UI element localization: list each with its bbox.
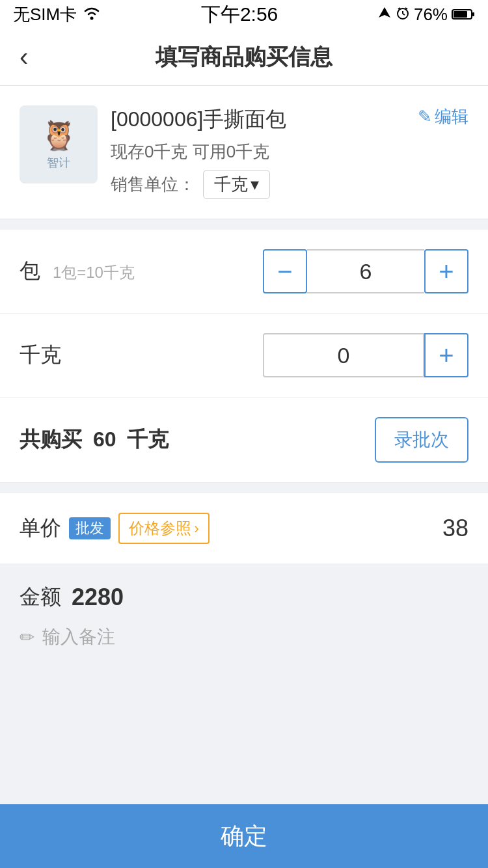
confirm-button-label: 确定 — [221, 821, 267, 852]
amount-label: 金额 — [20, 583, 61, 612]
product-name-row: [0000006]手撕面包 ✎ 编辑 — [111, 105, 468, 134]
amount-section: 金额 2280 ✏ 输入备注 — [0, 563, 488, 669]
price-value: 38 — [442, 515, 468, 542]
status-right: 76% — [377, 5, 475, 25]
bag-label: 包 1包=10千克 — [20, 257, 263, 286]
kg-increment-button[interactable]: + — [424, 333, 468, 377]
product-card: 🦉 智计 [0000006]手撕面包 ✎ 编辑 现存0千克 可用0千克 销售单位… — [0, 86, 488, 219]
kg-input-row: 千克 + — [0, 314, 488, 398]
bag-increment-button[interactable]: + — [424, 249, 468, 293]
product-unit-row: 销售单位： 千克 ▾ — [111, 170, 468, 199]
batch-button[interactable]: 录批次 — [375, 417, 468, 463]
svg-point-0 — [90, 16, 94, 20]
divider-2 — [0, 483, 488, 493]
svg-rect-8 — [454, 11, 467, 18]
price-ref-arrow-icon: › — [194, 519, 199, 537]
svg-line-4 — [403, 14, 405, 15]
status-left: 无SIM卡 — [13, 3, 102, 26]
svg-rect-9 — [472, 12, 474, 16]
price-badge: 批发 — [69, 517, 111, 539]
price-section: 单价 批发 价格参照 › 38 — [0, 493, 488, 563]
total-row: 共购买 60 千克 录批次 — [0, 398, 488, 483]
alarm-icon — [396, 5, 410, 25]
bag-hint: 1包=10千克 — [53, 264, 135, 281]
location-icon — [377, 5, 392, 25]
unit-value: 千克 — [214, 173, 248, 196]
amount-value: 2280 — [72, 584, 124, 611]
unit-selector[interactable]: 千克 ▾ — [203, 170, 270, 199]
bag-input-row: 包 1包=10千克 − + — [0, 230, 488, 314]
edit-icon: ✎ — [418, 107, 432, 127]
price-label-row: 单价 批发 价格参照 › — [20, 513, 210, 544]
confirm-bar[interactable]: 确定 — [0, 804, 488, 868]
product-name: [0000006]手撕面包 — [111, 105, 286, 134]
bag-stepper: − + — [263, 249, 468, 293]
product-thumbnail: 🦉 智计 — [20, 105, 98, 183]
kg-input[interactable] — [263, 333, 424, 377]
wifi-icon — [82, 5, 102, 25]
product-stock: 现存0千克 可用0千克 — [111, 141, 468, 163]
bag-decrement-button[interactable]: − — [263, 249, 307, 293]
status-time: 下午2:56 — [201, 1, 278, 28]
thumb-label: 智计 — [47, 155, 70, 170]
remark-row[interactable]: ✏ 输入备注 — [20, 625, 468, 669]
price-ref-button[interactable]: 价格参照 › — [118, 513, 210, 544]
status-bar: 无SIM卡 下午2:56 — [0, 0, 488, 29]
input-section: 包 1包=10千克 − + 千克 + — [0, 230, 488, 398]
price-label: 单价 — [20, 514, 61, 543]
product-info: [0000006]手撕面包 ✎ 编辑 现存0千克 可用0千克 销售单位： 千克 … — [111, 105, 468, 199]
carrier-text: 无SIM卡 — [13, 3, 77, 26]
battery-icon — [452, 5, 475, 25]
price-row: 单价 批发 价格参照 › 38 — [20, 513, 468, 544]
bag-input[interactable] — [307, 249, 424, 293]
divider-1 — [0, 219, 488, 230]
svg-marker-1 — [379, 7, 390, 18]
remark-icon: ✏ — [20, 627, 34, 648]
remark-text: 输入备注 — [42, 625, 115, 649]
unit-label: 销售单位： — [111, 173, 195, 196]
edit-button[interactable]: ✎ 编辑 — [418, 105, 468, 128]
battery-percent: 76% — [414, 5, 448, 25]
amount-row: 金额 2280 — [20, 583, 468, 625]
page-title: 填写商品购买信息 — [156, 42, 332, 72]
back-button[interactable]: ‹ — [20, 42, 28, 72]
nav-bar: ‹ 填写商品购买信息 — [0, 29, 488, 86]
kg-stepper: + — [263, 333, 468, 377]
total-text: 共购买 60 千克 — [20, 426, 169, 454]
dropdown-icon: ▾ — [251, 174, 259, 195]
kg-label: 千克 — [20, 341, 263, 370]
